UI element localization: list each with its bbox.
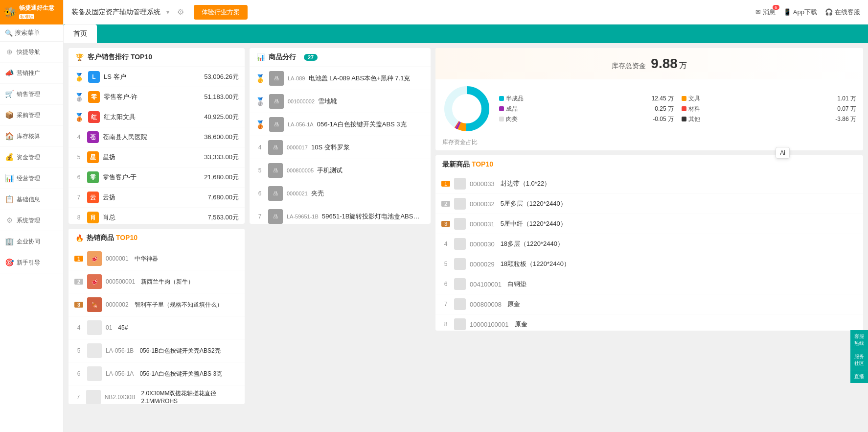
- product-code: 0000001: [106, 255, 129, 262]
- hot-product-row: 2 🥩 000500001 新西兰牛肉（新牛）: [69, 270, 245, 293]
- sidebar-item-stock[interactable]: 🏠 库存核算: [0, 126, 63, 147]
- legend-value: 0.07 万: [837, 105, 856, 113]
- product-ranking-card: 📊 商品分行 27 🥇 品 LA-089 电池盖 LA-089 ABS本色+黑种…: [250, 48, 431, 224]
- newest-product-row: 1 0000033 封边带（1.0*22）: [435, 174, 863, 194]
- marketing-icon: 📣: [5, 69, 14, 77]
- rank-number: 4: [74, 134, 83, 141]
- hot-products-label: 热销商品 TOP10: [87, 234, 137, 242]
- rank-num: 7: [441, 301, 450, 308]
- product-info: 001000002 雪地靴: [288, 97, 425, 106]
- hot-products-title: 🔥 热销商品 TOP10: [69, 229, 245, 247]
- sidebar-item-sales[interactable]: 🛒 销售管理: [0, 84, 63, 105]
- sidebar-item-quick-nav[interactable]: ⊕ 快捷导航: [0, 42, 63, 63]
- trial-button[interactable]: 体验行业方案: [194, 5, 248, 20]
- customer-service-button[interactable]: 客服热线: [850, 330, 868, 350]
- sidebar-item-company[interactable]: 🏢 企业协同: [0, 231, 63, 252]
- product-info: 0000021 夹壳: [287, 189, 425, 198]
- product-name: 5厘中纤（1220*2440）: [501, 219, 567, 228]
- rank-number: 5: [74, 154, 83, 161]
- ai-badge[interactable]: Ai: [776, 147, 790, 159]
- community-button[interactable]: 服务社区: [850, 350, 868, 370]
- stock-ratio-label: 库存资金占比: [435, 138, 863, 150]
- customer-avatar: 肖: [87, 212, 99, 223]
- legend-name: 成品: [506, 105, 518, 113]
- sidebar-item-basic[interactable]: 📋 基础信息: [0, 189, 63, 210]
- customer-rank-row: 7 云 云扬 7,680.00元: [69, 188, 245, 208]
- rank-num: 1: [441, 181, 450, 187]
- sidebar-item-system[interactable]: ⚙ 系统管理: [0, 210, 63, 231]
- newest-product-row: 7 000800008 原奎: [435, 294, 863, 314]
- sidebar-item-guide[interactable]: 🎯 新手引导: [0, 252, 63, 273]
- tab-home[interactable]: 首页: [64, 24, 97, 43]
- customer-name: 零售客户-许: [104, 93, 200, 101]
- service-button[interactable]: 🎧 在线客服: [825, 8, 860, 17]
- customer-name: 零售客户-于: [103, 173, 200, 182]
- live-button[interactable]: 直播: [850, 370, 868, 383]
- rank-num: 5: [74, 347, 83, 354]
- product-thumb: 品: [269, 94, 284, 109]
- product-name: 封边带（1.0*22）: [501, 179, 551, 188]
- sidebar-item-marketing[interactable]: 📣 营销推广: [0, 63, 63, 84]
- system-icon: ⚙: [5, 216, 14, 225]
- customer-amount: 7,680.00元: [207, 193, 239, 202]
- product-thumb: [454, 198, 466, 210]
- content-area: 🏆 客户销售排行 TOP10 🥇 L LS 客户 53,006.26元 🥈 零: [64, 43, 868, 432]
- message-badge: 6: [773, 5, 779, 10]
- sidebar-item-finance[interactable]: 💰 资金管理: [0, 147, 63, 168]
- mid-column: 📊 商品分行 27 🥇 品 LA-089 电池盖 LA-089 ABS本色+黑种…: [250, 48, 431, 427]
- app-download-button[interactable]: 📱 App下载: [783, 8, 817, 17]
- customer-avatar: 苍: [87, 131, 99, 143]
- product-thumb: [87, 366, 102, 381]
- nav-label: 新手引导: [17, 259, 40, 267]
- newest-label: 最新商品 TOP10: [442, 160, 493, 169]
- medal-1-icon: 🥇: [74, 72, 84, 82]
- product-code: 0000032: [470, 200, 495, 208]
- customer-rank-row: 6 零 零售客户-于 21,680.00元: [69, 168, 245, 188]
- nav-label: 资金管理: [17, 153, 40, 162]
- product-rank-row: 🥈 品 001000002 雪地靴: [250, 90, 431, 113]
- nav-label: 快捷导航: [17, 48, 40, 56]
- product-thumb: [454, 178, 466, 190]
- product-thumb: [86, 390, 101, 405]
- product-info: 000800005 手机测试: [287, 166, 425, 175]
- hot-product-row: 6 LA-056-1A 056-1A白色按键开关盖ABS 3克: [69, 362, 245, 385]
- product-thumb: 品: [268, 209, 283, 224]
- legend-item-meat: 肉类 -0.05 万: [499, 115, 674, 123]
- rank-num: 4: [441, 240, 450, 247]
- sidebar-search[interactable]: 🔍 搜索菜单: [0, 24, 63, 42]
- trophy-icon: 🏆: [75, 53, 84, 61]
- customer-avatar: 零: [87, 171, 99, 183]
- message-button[interactable]: ✉ 消息 6: [755, 8, 776, 17]
- product-thumb: 🥩: [87, 274, 102, 289]
- legend-name: 其他: [688, 115, 700, 123]
- medal-1-icon: 🥇: [255, 74, 265, 83]
- sidebar-item-purchase[interactable]: 📦 采购管理: [0, 105, 63, 126]
- product-thumb: [454, 318, 466, 330]
- search-label: 搜索菜单: [15, 28, 40, 37]
- sidebar-item-operation[interactable]: 📊 经营管理: [0, 168, 63, 189]
- newest-product-row: 2 0000032 5厘多层（1220*2440）: [435, 194, 863, 214]
- settings-icon[interactable]: ⚙: [177, 7, 184, 17]
- customer-ranking-card: 🏆 客户销售排行 TOP10 🥇 L LS 客户 53,006.26元 🥈 零: [69, 48, 245, 224]
- product-name: 原奎: [507, 300, 520, 309]
- product-info: LA-089 电池盖 LA-089 ABS本色+黑种 7.1克: [288, 74, 425, 83]
- nav-label: 采购管理: [17, 111, 40, 120]
- stock-legend: 半成品 12.45 万 文具 1.01 万 成品 0.25 万: [499, 95, 856, 123]
- product-code: NB2.0X30B: [105, 394, 136, 401]
- dropdown-arrow-icon[interactable]: ▾: [166, 9, 169, 16]
- product-name: 2.0X30MM双搓花轴搓花直径2.1MM/ROHS: [141, 389, 239, 404]
- customer-avatar: 云: [87, 192, 99, 203]
- product-thumb: 品: [268, 163, 283, 178]
- search-icon: 🔍: [5, 29, 13, 37]
- nav-label: 基础信息: [17, 195, 40, 204]
- legend-item-other: 其他 -3.86 万: [682, 115, 856, 123]
- newest-product-row: 3 0000031 5厘中纤（1220*2440）: [435, 214, 863, 234]
- customer-avatar: 红: [88, 111, 100, 123]
- stock-total-section: 库存总资金 9.88 万: [435, 48, 863, 79]
- customer-name: LS 客户: [104, 72, 200, 81]
- guide-icon: 🎯: [5, 258, 14, 267]
- rank-number: 7: [74, 194, 83, 201]
- rank-num: 2: [74, 279, 83, 285]
- hot-product-row: 5 LA-056-1B 056-1B白色按键开关壳ABS2壳: [69, 339, 245, 362]
- product-code: 01: [106, 324, 112, 331]
